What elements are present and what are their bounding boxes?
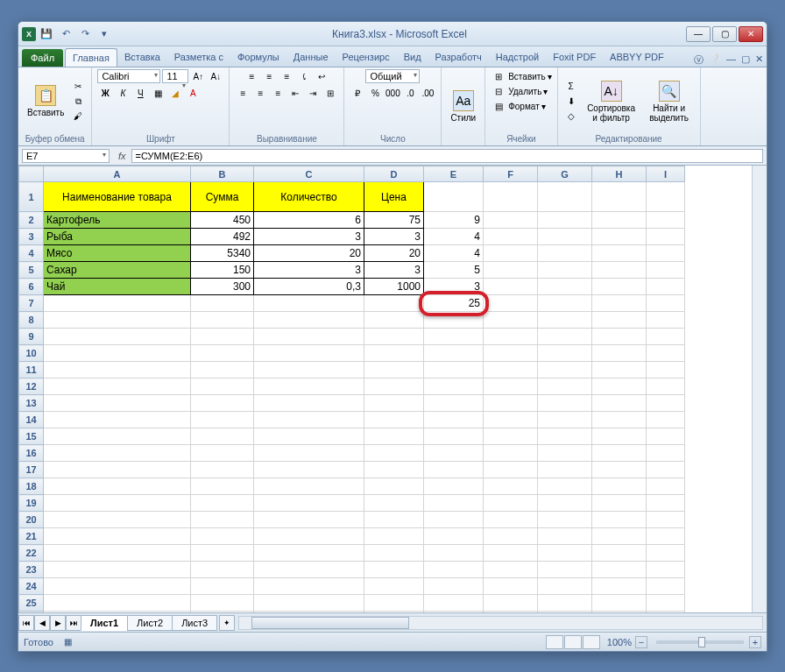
cell-C9[interactable] xyxy=(254,329,364,345)
cell-C25[interactable] xyxy=(254,595,364,612)
cell-C26[interactable] xyxy=(254,612,364,613)
minimize-button[interactable]: — xyxy=(686,26,711,42)
cell-D2[interactable]: 75 xyxy=(364,212,424,229)
close-button[interactable]: ✕ xyxy=(739,26,763,42)
cell-B24[interactable] xyxy=(191,578,254,595)
cell-A13[interactable] xyxy=(44,395,191,412)
new-sheet-button[interactable]: ✦ xyxy=(219,615,235,631)
cell-I22[interactable] xyxy=(647,545,685,562)
cell-B2[interactable]: 450 xyxy=(191,212,254,229)
view-layout-button[interactable] xyxy=(564,635,582,649)
cell-H5[interactable] xyxy=(592,262,647,279)
cell-F26[interactable] xyxy=(484,612,538,613)
cell-A19[interactable] xyxy=(44,495,191,512)
paste-button[interactable]: 📋 Вставить xyxy=(24,83,67,119)
col-header-A[interactable]: A xyxy=(44,166,191,182)
currency-icon[interactable]: ₽ xyxy=(350,86,365,100)
cell-H4[interactable] xyxy=(592,245,647,262)
cell-H12[interactable] xyxy=(592,378,647,395)
fill-icon[interactable]: ⬇ xyxy=(563,95,579,109)
cell-I24[interactable] xyxy=(647,578,685,595)
cell-B14[interactable] xyxy=(191,412,254,428)
cell-G1[interactable] xyxy=(538,182,592,212)
row-header-16[interactable]: 16 xyxy=(19,445,44,462)
cell-H16[interactable] xyxy=(592,445,647,462)
cell-A24[interactable] xyxy=(44,578,191,595)
ribbon-tab-3[interactable]: Формулы xyxy=(230,48,286,67)
file-tab[interactable]: Файл xyxy=(22,49,63,67)
cell-G4[interactable] xyxy=(538,245,592,262)
cell-H26[interactable] xyxy=(592,612,647,613)
cell-C17[interactable] xyxy=(254,462,364,478)
cell-F3[interactable] xyxy=(484,229,538,245)
cell-E26[interactable] xyxy=(424,612,484,613)
cell-C1[interactable]: Количество xyxy=(254,182,364,212)
cell-A17[interactable] xyxy=(44,462,191,478)
tab-nav-first[interactable]: ⏮ xyxy=(18,615,34,631)
cell-F24[interactable] xyxy=(484,578,538,595)
cell-G3[interactable] xyxy=(538,229,592,245)
view-normal-button[interactable] xyxy=(546,635,563,649)
cell-F16[interactable] xyxy=(484,445,538,462)
cell-E3[interactable]: 4 xyxy=(424,229,484,245)
cell-D18[interactable] xyxy=(364,478,424,495)
cell-C13[interactable] xyxy=(254,395,364,412)
cell-I14[interactable] xyxy=(647,412,685,428)
cell-I20[interactable] xyxy=(647,512,685,528)
row-header-23[interactable]: 23 xyxy=(19,562,44,578)
cell-A8[interactable] xyxy=(44,312,191,329)
cell-B9[interactable] xyxy=(191,329,254,345)
cell-I12[interactable] xyxy=(647,378,685,395)
cell-H25[interactable] xyxy=(592,595,647,612)
select-all-corner[interactable] xyxy=(19,166,44,182)
cell-A18[interactable] xyxy=(44,478,191,495)
cut-icon[interactable]: ✂ xyxy=(70,80,86,94)
cell-F20[interactable] xyxy=(484,512,538,528)
cell-G12[interactable] xyxy=(538,378,592,395)
ribbon-tab-7[interactable]: Разработч xyxy=(428,48,489,67)
cell-B5[interactable]: 150 xyxy=(191,262,254,279)
cell-E23[interactable] xyxy=(424,562,484,578)
cell-F7[interactable] xyxy=(484,295,538,312)
cell-F22[interactable] xyxy=(484,545,538,562)
cell-I15[interactable] xyxy=(647,428,685,445)
insert-cells-button[interactable]: ⊞Вставить▾ xyxy=(491,69,551,83)
cell-E21[interactable] xyxy=(424,528,484,545)
row-header-5[interactable]: 5 xyxy=(19,262,44,279)
cell-G10[interactable] xyxy=(538,345,592,362)
cell-C11[interactable] xyxy=(254,362,364,378)
cell-A20[interactable] xyxy=(44,512,191,528)
cell-A11[interactable] xyxy=(44,362,191,378)
cell-I11[interactable] xyxy=(647,362,685,378)
cell-H10[interactable] xyxy=(592,345,647,362)
cell-G14[interactable] xyxy=(538,412,592,428)
cell-A26[interactable] xyxy=(44,612,191,613)
cell-E9[interactable] xyxy=(424,329,484,345)
find-select-button[interactable]: 🔍 Найти и выделить xyxy=(644,79,695,124)
cell-C18[interactable] xyxy=(254,478,364,495)
cell-C20[interactable] xyxy=(254,512,364,528)
row-header-4[interactable]: 4 xyxy=(19,245,44,262)
cell-B12[interactable] xyxy=(191,378,254,395)
cell-E17[interactable] xyxy=(424,462,484,478)
cell-D13[interactable] xyxy=(364,395,424,412)
cell-B25[interactable] xyxy=(191,595,254,612)
cell-F9[interactable] xyxy=(484,329,538,345)
cell-B11[interactable] xyxy=(191,362,254,378)
cell-H14[interactable] xyxy=(592,412,647,428)
cell-B22[interactable] xyxy=(191,545,254,562)
fx-button[interactable]: fx xyxy=(113,151,131,161)
comma-icon[interactable]: 000 xyxy=(385,86,400,100)
percent-icon[interactable]: % xyxy=(367,86,383,100)
cell-D6[interactable]: 1000 xyxy=(364,279,424,295)
col-header-F[interactable]: F xyxy=(484,166,538,182)
cell-A6[interactable]: Чай xyxy=(44,279,191,295)
cell-F5[interactable] xyxy=(484,262,538,279)
cell-H3[interactable] xyxy=(592,229,647,245)
zoom-out-button[interactable]: − xyxy=(635,636,647,648)
doc-close-icon[interactable]: ✕ xyxy=(755,53,763,67)
cell-H1[interactable] xyxy=(592,182,647,212)
autosum-icon[interactable]: Σ xyxy=(563,80,579,94)
cell-A22[interactable] xyxy=(44,545,191,562)
cell-G21[interactable] xyxy=(538,528,592,545)
